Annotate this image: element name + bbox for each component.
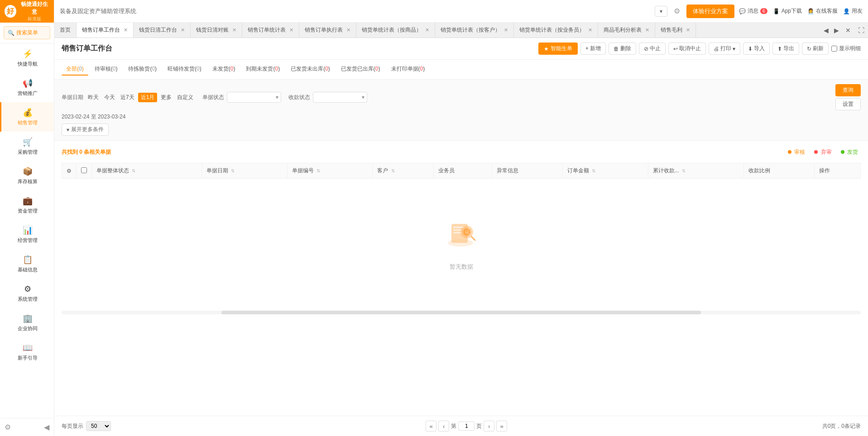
tab-sales-exec[interactable]: 销售订单执行表 ✕ xyxy=(299,23,356,38)
date-range-display: 2023-02-24 至 2023-03-24 xyxy=(62,113,861,121)
date-opt-yesterday[interactable]: 昨天 xyxy=(86,93,101,102)
tab-close-cash-daily[interactable]: ✕ xyxy=(181,27,185,33)
subtab-pending-check[interactable]: 待拣验货(0) xyxy=(124,63,161,76)
tab-cash-reconcile[interactable]: 钱货日清对账 ✕ xyxy=(191,23,242,38)
tab-expand[interactable]: ⛶ xyxy=(854,24,868,37)
subtab-bar: 全部(0) 待审核(0) 待拣验货(0) 旺铺待发货(0) 未发货(0) 到期未… xyxy=(54,60,868,80)
query-button[interactable]: 查询 xyxy=(835,84,861,96)
sidebar-item-finance[interactable]: 💼 资金管理 xyxy=(0,190,54,220)
tab-sales-staff[interactable]: 销货单统计表（按业务员） ✕ xyxy=(514,23,598,38)
subtab-pending[interactable]: 待审核(0) xyxy=(90,63,122,76)
tab-sales-product[interactable]: 销货单统计表（按商品） ✕ xyxy=(356,23,435,38)
tab-close-sales-staff[interactable]: ✕ xyxy=(588,27,592,33)
status-select[interactable] xyxy=(227,92,281,103)
search-menu-button[interactable]: 🔍 搜索菜单 xyxy=(4,26,50,39)
tab-margin[interactable]: 商品毛利分析表 ✕ xyxy=(598,23,655,38)
page-size-select[interactable]: 50 100 200 xyxy=(86,421,111,431)
scroll-thumb[interactable] xyxy=(221,311,701,314)
ship-button[interactable]: 发货 xyxy=(838,147,861,157)
trial-button[interactable]: 体验行业方案 xyxy=(686,5,734,18)
sidebar-settings-button[interactable]: ⚙ xyxy=(5,423,11,431)
system-dropdown-button[interactable]: ▾ xyxy=(655,6,667,17)
page-number-input[interactable] xyxy=(458,422,475,431)
tab-scroll-right[interactable]: ▶ xyxy=(831,23,842,38)
tab-sales-customer[interactable]: 销货单统计表（按客户） ✕ xyxy=(435,23,514,38)
approve-button[interactable]: 审核 xyxy=(785,147,808,157)
subtab-shipped-not-out[interactable]: 已发货未出库(0) xyxy=(286,63,335,76)
tab-scroll-left[interactable]: ◀ xyxy=(821,23,831,38)
sidebar-item-system[interactable]: ⚙ 系统管理 xyxy=(0,279,54,308)
tab-close-sales-product[interactable]: ✕ xyxy=(425,27,429,33)
system-label: 系统管理 xyxy=(18,296,38,303)
refresh-button[interactable]: ↻ 刷新 xyxy=(802,43,829,55)
horizontal-scroll[interactable] xyxy=(62,311,861,314)
sidebar-item-inventory[interactable]: 📦 库存核算 xyxy=(0,161,54,190)
expand-button[interactable]: ▾ 展开更多条件 xyxy=(62,123,109,136)
customer-sort-icon[interactable]: ⇅ xyxy=(391,168,395,173)
th-checkbox[interactable] xyxy=(77,163,92,179)
tab-close-sales-profit[interactable]: ✕ xyxy=(686,27,690,33)
subtab-not-shipped[interactable]: 未发货(0) xyxy=(208,63,240,76)
set-button[interactable]: 设置 xyxy=(835,98,861,110)
page-last-button[interactable]: » xyxy=(496,421,507,431)
date-opt-1month[interactable]: 近1月 xyxy=(138,93,158,102)
sidebar-item-operations[interactable]: 📊 经营管理 xyxy=(0,220,54,249)
sidebar-item-marketing[interactable]: 📢 营销推广 xyxy=(0,73,54,102)
page-next-button[interactable]: › xyxy=(484,421,494,431)
tab-home[interactable]: 首页 xyxy=(54,23,77,38)
tab-close-sales-exec[interactable]: ✕ xyxy=(346,27,350,33)
th-settings[interactable]: ⚙ xyxy=(62,163,77,179)
date-opt-more[interactable]: 更多 xyxy=(159,93,173,102)
online-service-item[interactable]: 👩‍💼 在线客服 xyxy=(807,7,838,15)
received-sort-icon[interactable]: ⇅ xyxy=(682,168,686,173)
date-opt-custom[interactable]: 自定义 xyxy=(175,93,195,102)
cancel-stop-button[interactable]: ↩ 取消中止 xyxy=(668,43,706,55)
message-item[interactable]: 💬 消息 6 xyxy=(739,7,767,15)
stop-button[interactable]: ⊘ 中止 xyxy=(639,43,666,55)
subtab-shipped-out[interactable]: 已发货已出库(0) xyxy=(336,63,385,76)
payment-select[interactable] xyxy=(313,92,367,103)
status-sort-icon[interactable]: ⇅ xyxy=(132,168,135,173)
sidebar-item-sales[interactable]: 💰 销售管理 xyxy=(0,102,54,132)
sidebar-collapse-button[interactable]: ◀ xyxy=(44,423,49,431)
tab-sales-profit[interactable]: 销售毛利 ✕ xyxy=(655,23,696,38)
page-prev-button[interactable]: ‹ xyxy=(438,421,449,431)
new-button[interactable]: + 新增 xyxy=(580,43,606,55)
subtab-wangpu[interactable]: 旺铺待发货(0) xyxy=(163,63,206,76)
tab-sales-workbench[interactable]: 销售订单工作台 ✕ xyxy=(77,23,134,38)
number-sort-icon[interactable]: ⇅ xyxy=(317,168,320,173)
tab-close-sales-customer[interactable]: ✕ xyxy=(504,27,508,33)
tab-cash-daily[interactable]: 钱货日清工作台 ✕ xyxy=(134,23,191,38)
show-details-label[interactable]: 显示明细 xyxy=(831,45,861,52)
tab-sales-stats[interactable]: 销售订单统计表 ✕ xyxy=(242,23,299,38)
delete-button[interactable]: 🗑 删除 xyxy=(609,43,636,55)
sidebar-item-purchase[interactable]: 🛒 采购管理 xyxy=(0,132,54,161)
tab-close-sales-stats[interactable]: ✕ xyxy=(289,27,293,33)
subtab-expired[interactable]: 到期未发货(0) xyxy=(241,63,284,76)
sidebar-item-guide[interactable]: 📖 新手引导 xyxy=(0,337,54,367)
export-button[interactable]: ⬆ 导出 xyxy=(772,43,799,55)
smart-order-button[interactable]: ★ 智能生单 xyxy=(538,43,578,55)
subtab-all[interactable]: 全部(0) xyxy=(62,63,88,76)
date-opt-today[interactable]: 今天 xyxy=(102,93,117,102)
print-button[interactable]: 🖨 打印 ▾ xyxy=(709,43,740,55)
subtab-not-printed[interactable]: 未打印单据(0) xyxy=(387,63,430,76)
select-all-checkbox[interactable] xyxy=(81,167,87,173)
sidebar-item-enterprise[interactable]: 🏢 企业协同 xyxy=(0,308,54,337)
tab-close-sales-workbench[interactable]: ✕ xyxy=(124,27,128,33)
page-first-button[interactable]: « xyxy=(426,421,436,431)
user-item[interactable]: 👤 用友 xyxy=(843,7,863,15)
topbar-settings-button[interactable]: ⚙ xyxy=(672,5,682,17)
sidebar-item-basic-info[interactable]: 📋 基础信息 xyxy=(0,249,54,279)
date-sort-icon[interactable]: ⇅ xyxy=(231,168,235,173)
amount-sort-icon[interactable]: ⇅ xyxy=(592,168,595,173)
date-opt-7days[interactable]: 近7天 xyxy=(119,93,136,102)
reject-button[interactable]: 弃审 xyxy=(811,147,834,157)
show-details-checkbox[interactable] xyxy=(831,46,837,52)
app-download-item[interactable]: 📱 App下载 xyxy=(773,7,802,15)
tab-close-cash-reconcile[interactable]: ✕ xyxy=(232,27,236,33)
tab-close-all[interactable]: ✕ xyxy=(842,24,854,37)
import-button[interactable]: ⬇ 导入 xyxy=(743,43,770,55)
tab-close-margin[interactable]: ✕ xyxy=(645,27,649,33)
sidebar-item-quick-nav[interactable]: ⚡ 快捷导航 xyxy=(0,43,54,73)
